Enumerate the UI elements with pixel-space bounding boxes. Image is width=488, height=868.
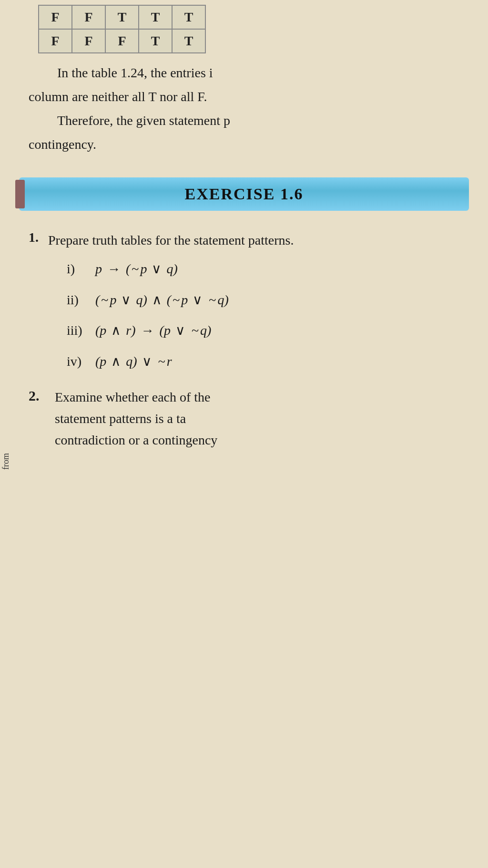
sub-label-iii: iii) [67, 320, 95, 341]
table-cell: T [105, 5, 139, 29]
intro-line-1: In the table 1.24, the entries i [29, 63, 469, 83]
intro-line-2: column are neither all T nor all F. [29, 87, 469, 107]
question-2-line3: contradiction or a contingency [55, 433, 217, 447]
question-2-number: 2. [29, 387, 55, 404]
table-cell: T [172, 29, 205, 53]
sub-item-iv: iv) (p ∧ q) ∨ ~r [67, 351, 469, 372]
table-cell: T [172, 5, 205, 29]
question-1-block: 1. Prepare truth tables for the statemen… [29, 230, 469, 372]
table-cell: T [139, 29, 172, 53]
question-2-line2: statement patterns is a ta [55, 411, 186, 426]
question-2-body: Examine whether each of the statement pa… [55, 387, 469, 451]
intro-paragraph: In the table 1.24, the entries i column … [0, 53, 488, 163]
question-2-block: 2. Examine whether each of the statement… [29, 387, 469, 451]
side-annotation: from [1, 453, 11, 470]
table-row: F F F T T [39, 29, 205, 53]
sub-item-i: i) p → (~p ∨ q) [67, 258, 469, 280]
table-cell: F [72, 29, 105, 53]
exercise-content: 1. Prepare truth tables for the statemen… [0, 225, 488, 460]
question-2-row: 2. Examine whether each of the statement… [29, 387, 469, 451]
table-row: F F T T T [39, 5, 205, 29]
sub-items-list: i) p → (~p ∨ q) ii) (~p ∨ q) ∧ (~p ∨ ~q)… [67, 258, 469, 372]
sub-item-ii: ii) (~p ∨ q) ∧ (~p ∨ ~q) [67, 289, 469, 311]
table-cell: F [105, 29, 139, 53]
sub-formula-ii: (~p ∨ q) ∧ (~p ∨ ~q) [95, 289, 229, 311]
sub-label-ii: ii) [67, 289, 95, 311]
table-cell: F [39, 5, 72, 29]
table-cell: F [72, 5, 105, 29]
sub-formula-i: p → (~p ∨ q) [95, 258, 178, 280]
truth-table-section: F F T T T F F F T T [0, 0, 488, 53]
sub-label-iv: iv) [67, 351, 95, 372]
sub-formula-iv: (p ∧ q) ∨ ~r [95, 351, 172, 372]
table-cell: F [39, 29, 72, 53]
question-1-number: 1. [29, 230, 39, 245]
exercise-header: EXERCISE 1.6 [19, 177, 469, 211]
exercise-title: EXERCISE 1.6 [185, 185, 304, 203]
sub-formula-iii: (p ∧ r) → (p ∨ ~q) [95, 320, 211, 341]
question-1-row: 1. Prepare truth tables for the statemen… [29, 230, 469, 251]
truth-table: F F T T T F F F T T [38, 5, 206, 53]
question-2-line1: Examine whether each of the [55, 390, 211, 404]
sub-label-i: i) [67, 258, 95, 280]
sub-item-iii: iii) (p ∧ r) → (p ∨ ~q) [67, 320, 469, 341]
intro-line-3: Therefore, the given statement p [29, 111, 469, 131]
question-1-text: Prepare truth tables for the statement p… [48, 230, 469, 251]
table-cell: T [139, 5, 172, 29]
page: from F F T T T F F F T T [0, 0, 488, 868]
intro-line-4: contingency. [29, 134, 469, 155]
